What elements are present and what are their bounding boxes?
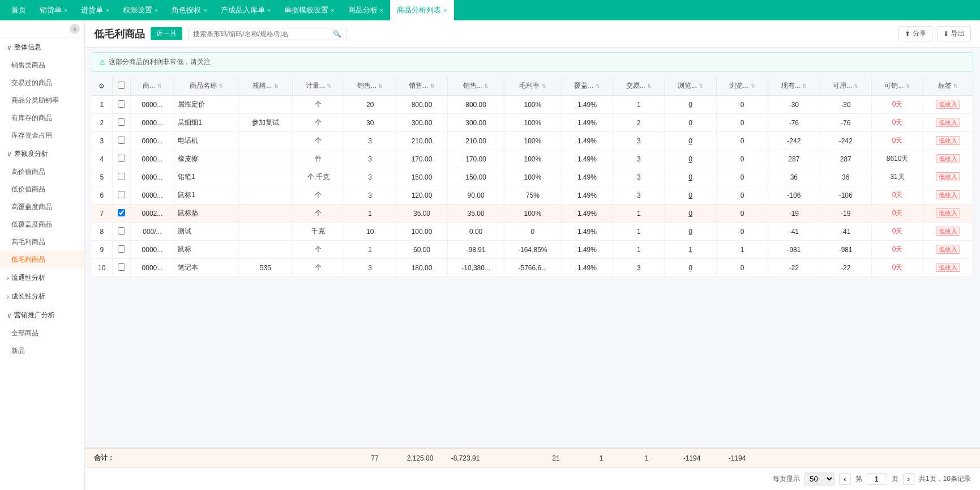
export-button[interactable]: ⬇ 导出: [937, 26, 971, 41]
sidebar-item-low-coverage[interactable]: 低覆盖度商品: [0, 216, 84, 233]
row-view1-3[interactable]: 0: [665, 150, 716, 168]
search-input[interactable]: [193, 30, 331, 38]
row-view1-2[interactable]: 0: [665, 132, 716, 150]
row-saleable-3: 8610天: [871, 150, 923, 168]
row-checkbox-0[interactable]: [112, 96, 130, 114]
sidebar-item-all-goods[interactable]: 全部商品: [0, 325, 84, 342]
page-size-select[interactable]: 20 50 100: [804, 472, 835, 485]
sidebar-item-traded-goods[interactable]: 交易过的商品: [0, 74, 84, 92]
row-name-4[interactable]: 铅笔1: [174, 168, 238, 186]
col-sales-profit-header[interactable]: 销售... ⇅: [448, 76, 504, 96]
nav-purchase[interactable]: 进货单×: [74, 0, 115, 20]
sidebar-collapse-btn[interactable]: «: [0, 20, 84, 38]
col-unit-header[interactable]: 计量... ⇅: [293, 76, 344, 96]
sidebar-item-in-stock[interactable]: 有库存的商品: [0, 109, 84, 127]
col-tag-header[interactable]: 标签 ⇅: [923, 76, 973, 96]
col-trade-count-header[interactable]: 交易... ⇅: [613, 76, 665, 96]
row-name-9[interactable]: 笔记本: [174, 259, 238, 277]
col-name-header[interactable]: 商品名称 ⇅: [174, 76, 238, 96]
sidebar-group-margin-analysis[interactable]: ∨ 差额度分析: [0, 144, 84, 163]
col-saleable-header[interactable]: 可销... ⇅: [871, 76, 923, 96]
row-view1-7[interactable]: 0: [665, 223, 716, 241]
row-view1-6[interactable]: 0: [665, 204, 716, 223]
col-view2-header[interactable]: 浏览... ⇅: [716, 76, 768, 96]
sidebar-item-low-margin[interactable]: 低毛利商品: [0, 251, 84, 269]
row-name-1[interactable]: 吴细细1: [174, 114, 238, 132]
row-view1-5[interactable]: 0: [665, 186, 716, 204]
search-icon[interactable]: 🔍: [333, 30, 341, 38]
period-button[interactable]: 近一月: [151, 27, 182, 40]
row-checkbox-8[interactable]: [112, 241, 130, 259]
col-current-stock-header[interactable]: 现有... ⇅: [768, 76, 820, 96]
row-view1-4[interactable]: 0: [665, 168, 716, 186]
close-role-tab[interactable]: ×: [203, 7, 207, 14]
row-checkbox-3[interactable]: [112, 150, 130, 168]
row-checkbox-4[interactable]: [112, 168, 130, 186]
col-available-header[interactable]: 可用... ⇅: [820, 76, 871, 96]
close-template-tab[interactable]: ×: [331, 7, 334, 14]
nav-template-settings[interactable]: 单据模板设置×: [277, 0, 341, 20]
row-checkbox-1[interactable]: [112, 114, 130, 132]
sidebar-group-liquidity[interactable]: › 流通性分析: [0, 269, 84, 287]
row-view1-8[interactable]: 1: [665, 241, 716, 259]
sidebar-item-high-coverage[interactable]: 高覆盖度商品: [0, 198, 84, 216]
row-checkbox-9[interactable]: [112, 259, 130, 277]
row-checkbox-2[interactable]: [112, 132, 130, 150]
footer-trade-count: 21: [533, 454, 579, 462]
sidebar-group-growth[interactable]: › 成长性分析: [0, 287, 84, 306]
nav-product-analysis[interactable]: 商品分析×: [341, 0, 390, 20]
close-permissions-tab[interactable]: ×: [155, 7, 158, 14]
row-view1-0[interactable]: 0: [665, 96, 716, 114]
row-name-7[interactable]: 测试: [174, 223, 238, 241]
nav-permissions[interactable]: 权限设置×: [116, 0, 165, 20]
col-view1-header[interactable]: 浏览... ⇅: [665, 76, 716, 96]
row-name-3[interactable]: 橡皮擦: [174, 150, 238, 168]
sidebar-item-capital-usage[interactable]: 库存资金占用: [0, 127, 84, 144]
col-code-header[interactable]: 商... ⇅: [130, 76, 174, 96]
nav-home[interactable]: 首页: [5, 0, 33, 20]
col-spec-header[interactable]: 规格... ⇅: [238, 76, 293, 96]
pagination-summary: 共1页，10条记录: [919, 474, 971, 484]
close-purchase-tab[interactable]: ×: [105, 7, 109, 14]
close-product-entry-tab[interactable]: ×: [267, 7, 271, 14]
row-name-8[interactable]: 鼠标: [174, 241, 238, 259]
share-button[interactable]: ⬆ 分享: [898, 26, 932, 41]
sidebar-item-category-sales-rate[interactable]: 商品分类助销率: [0, 92, 84, 109]
close-sales-tab[interactable]: ×: [64, 7, 67, 14]
nav-product-entry[interactable]: 产成品入库单×: [214, 0, 277, 20]
row-checkbox-6[interactable]: [112, 204, 130, 223]
col-sales-qty-header[interactable]: 销售... ⇅: [344, 76, 396, 96]
row-name-2[interactable]: 电话机: [174, 132, 238, 150]
row-trade-count-0: 1: [613, 96, 665, 114]
select-all-checkbox[interactable]: [118, 82, 125, 89]
page-number-input[interactable]: [867, 473, 887, 485]
prev-page-btn[interactable]: ‹: [839, 473, 850, 485]
nav-analysis-list[interactable]: 商品分析列表×: [390, 0, 453, 20]
row-name-6[interactable]: 鼠标垫: [174, 204, 238, 223]
sidebar-item-high-value[interactable]: 高价值商品: [0, 163, 84, 181]
close-analysis-list-tab[interactable]: ×: [443, 7, 447, 14]
close-analysis-tab[interactable]: ×: [380, 7, 383, 14]
row-view1-1[interactable]: 0: [665, 114, 716, 132]
row-sales-qty-8: 1: [344, 241, 396, 259]
col-sales-price-header[interactable]: 销售... ⇅: [396, 76, 447, 96]
row-name-0[interactable]: 属性定价: [174, 96, 238, 114]
row-checkbox-5[interactable]: [112, 186, 130, 204]
sidebar-group-marketing[interactable]: ∨ 营销推广分析: [0, 306, 84, 325]
sidebar-item-high-margin[interactable]: 高毛利商品: [0, 233, 84, 251]
footer-current-stock: -1194: [669, 454, 714, 462]
row-name-5[interactable]: 鼠标1: [174, 186, 238, 204]
nav-sales[interactable]: 销货单×: [33, 0, 74, 20]
sidebar-group-general[interactable]: ∨ 整体信息: [0, 38, 84, 57]
nav-role-auth[interactable]: 角色授权×: [165, 0, 213, 20]
col-coverage-header[interactable]: 覆盖... ⇅: [561, 76, 613, 96]
row-view1-9[interactable]: 0: [665, 259, 716, 277]
col-settings[interactable]: ⚙: [92, 76, 112, 96]
row-trade-count-2: 3: [613, 132, 665, 150]
sidebar-item-low-value[interactable]: 低价值商品: [0, 181, 84, 198]
col-gross-margin-header[interactable]: 毛利率 ⇅: [504, 76, 561, 96]
sidebar-item-new-goods[interactable]: 新品: [0, 342, 84, 360]
next-page-btn[interactable]: ›: [903, 473, 914, 485]
row-checkbox-7[interactable]: [112, 223, 130, 241]
sidebar-item-sales-goods[interactable]: 销售类商品: [0, 57, 84, 74]
